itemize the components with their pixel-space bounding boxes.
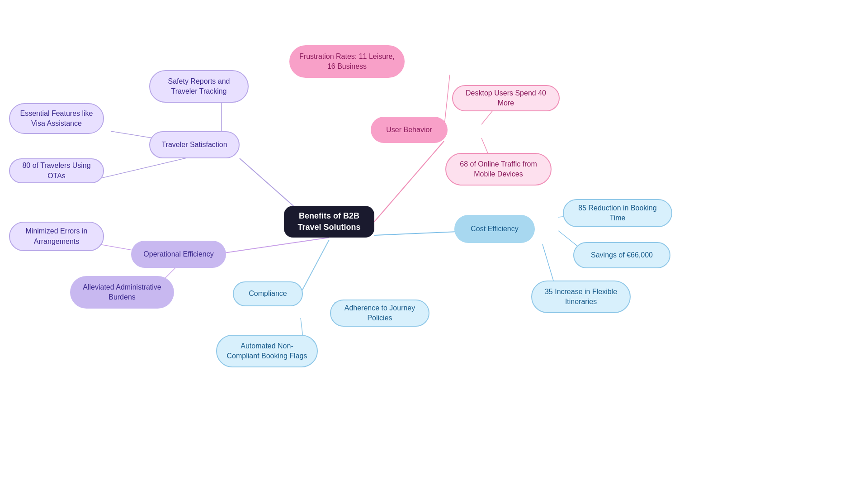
svg-line-10 <box>374 141 444 222</box>
alleviated-admin-node: Alleviated Administrative Burdens <box>70 276 174 309</box>
booking-time-node: 85 Reduction in Booking Time <box>563 199 672 227</box>
mindmap-container: Benefits of B2B Travel Solutions Travele… <box>0 0 868 490</box>
user-behavior-node: User Behavior <box>371 117 448 143</box>
ota-travelers-node: 80 of Travelers Using OTAs <box>9 158 104 183</box>
compliance-node: Compliance <box>233 281 303 306</box>
online-traffic-node: 68 of Online Traffic from Mobile Devices <box>445 153 552 186</box>
connections-svg <box>0 0 868 490</box>
frustration-rates-node: Frustration Rates: 11 Leisure, 16 Busine… <box>289 45 405 78</box>
adherence-node: Adherence to Journey Policies <box>330 300 429 327</box>
desktop-users-node: Desktop Users Spend 40 More <box>452 85 560 111</box>
minimized-errors-node: Minimized Errors in Arrangements <box>9 222 104 251</box>
svg-line-11 <box>444 75 450 129</box>
svg-line-4 <box>222 238 329 253</box>
flexible-itineraries-node: 35 Increase in Flexible Itineraries <box>531 281 631 313</box>
traveler-satisfaction-node: Traveler Satisfaction <box>149 131 240 158</box>
svg-line-7 <box>301 240 329 293</box>
svg-line-3 <box>99 156 194 179</box>
savings-node: Savings of €66,000 <box>573 242 670 268</box>
safety-reports-node: Safety Reports and Traveler Tracking <box>149 70 249 103</box>
automated-flags-node: Automated Non-Compliant Booking Flags <box>216 335 318 367</box>
cost-efficiency-node: Cost Efficiency <box>454 215 535 243</box>
center-node: Benefits of B2B Travel Solutions <box>284 206 374 238</box>
operational-efficiency-node: Operational Efficiency <box>131 241 226 268</box>
essential-features-node: Essential Features like Visa Assistance <box>9 103 104 134</box>
